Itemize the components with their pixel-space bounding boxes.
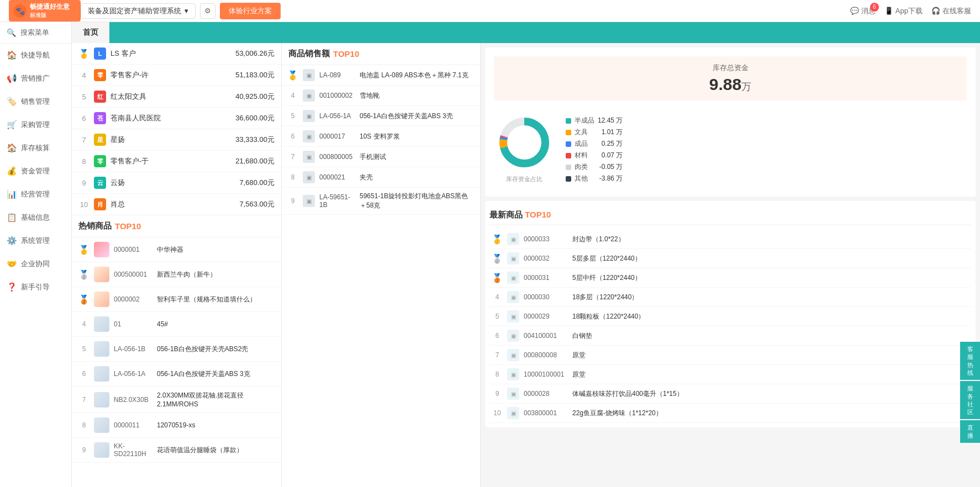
medal-gold-icon: 🥇 <box>78 49 89 59</box>
customer-badge: 零 <box>94 69 106 81</box>
sidebar-item-label: 营销推广 <box>21 73 50 83</box>
product-name: 056-1A白色按键开关盖ABS 3壳 <box>360 112 475 121</box>
legend-name: 成品 <box>575 139 598 149</box>
product-image <box>94 316 109 332</box>
product-code: 0000011 <box>114 421 152 429</box>
service-label: 在线客服 <box>942 6 971 16</box>
topbar-right: 💬 消息 6 📱 App下载 🎧 在线客服 <box>850 6 971 16</box>
rank-number: 6 <box>492 332 503 340</box>
customer-name: LS 客户 <box>110 49 231 59</box>
product-image <box>94 242 109 257</box>
sidebar-item-finance[interactable]: 💰 资金管理 <box>0 160 71 183</box>
product-code: LA-056-1B <box>114 345 152 353</box>
sidebar-item-basic-info[interactable]: 📋 基础信息 <box>0 206 71 229</box>
product-code: 0000029 <box>524 313 568 320</box>
customer-name: 零售客户-于 <box>110 156 231 166</box>
sidebar-item-label: 资金管理 <box>21 166 50 176</box>
product-code: 0000017 <box>319 133 355 140</box>
product-name: 中华神器 <box>157 245 275 255</box>
sidebar-item-label: 企业协同 <box>21 259 50 269</box>
customer-amount: 36,600.00元 <box>235 113 275 123</box>
settings-button[interactable]: ⚙ <box>200 3 215 19</box>
online-service-button[interactable]: 🎧 在线客服 <box>931 6 971 16</box>
customer-service-button[interactable]: 客服 热线 <box>960 342 980 380</box>
inventory-panel: 库存总资金 9.88万 <box>485 47 976 197</box>
product-code: 003800001 <box>524 409 568 417</box>
mid-item: 🥇 ▣ LA-089 电池盖 LA-089 ABS本色＋黑种 7.1克 <box>282 65 480 86</box>
sidebar-item-inventory[interactable]: 🏠 库存核算 <box>0 136 71 160</box>
basic-info-icon: 📋 <box>7 213 17 223</box>
sidebar-item-marketing[interactable]: 📢 营销推广 <box>0 67 71 90</box>
rank-item: 4 零 零售客户-许 51,183.00元 <box>72 65 281 86</box>
product-name: 白钢垫 <box>572 331 969 341</box>
messages-button[interactable]: 💬 消息 6 <box>850 6 876 16</box>
rank-number: 4 <box>492 293 503 301</box>
rank-number: 8 <box>78 421 89 429</box>
rank-number: 10 <box>492 409 503 417</box>
rank-number: 6 <box>78 370 89 378</box>
customer-amount: 51,183.00元 <box>235 70 275 80</box>
float-buttons: 客服 热线 服务 社区 直播 <box>960 342 980 443</box>
legend-value: -3.86 万 <box>599 174 623 183</box>
product-image: ▣ <box>303 89 315 102</box>
product-code: NB2.0X30B <box>114 396 152 404</box>
product-name: 59651-1B旋转投影灯电池盒ABS黑色＋58克 <box>360 192 475 210</box>
product-name: 5层中纤（1220*2440） <box>572 273 969 283</box>
legend-color-dot <box>566 130 571 135</box>
sidebar-item-label: 基础信息 <box>21 213 50 223</box>
app-download-button[interactable]: 📱 App下载 <box>884 6 923 16</box>
product-name: 电池盖 LA-089 ABS本色＋黑种 7.1克 <box>360 71 475 80</box>
live-stream-button[interactable]: 直播 <box>960 420 980 443</box>
hot-item: 4 01 45# <box>72 312 281 337</box>
service-community-button[interactable]: 服务 社区 <box>960 381 980 419</box>
product-name: 雪地靴 <box>360 91 475 100</box>
product-name: 手机测试 <box>360 152 475 162</box>
right-column: 库存总资金 9.88万 <box>481 43 980 487</box>
sidebar-item-operations[interactable]: 📊 经营管理 <box>0 183 71 206</box>
breadcrumb-home[interactable]: 首页 <box>72 22 109 43</box>
rank-number: 8 <box>287 173 298 181</box>
product-code: 01 <box>114 320 152 328</box>
sidebar-item-quick-nav[interactable]: 🏠 快捷导航 <box>0 44 71 67</box>
experience-button[interactable]: 体验行业方案 <box>220 3 281 19</box>
hot-item: 🥈 000500001 新西兰牛肉（新牛） <box>72 262 281 287</box>
hot-item: 8 0000011 12070519-xs <box>72 413 281 438</box>
product-image <box>94 392 109 407</box>
messages-badge: 6 <box>870 3 879 12</box>
product-code: 0000031 <box>524 274 568 282</box>
product-name: 原堂 <box>572 351 969 360</box>
customer-badge: 云 <box>94 177 106 189</box>
rank-number: 4 <box>78 320 89 328</box>
product-code: LA-056-1A <box>319 112 355 120</box>
sidebar-item-guide[interactable]: ❓ 新手引导 <box>0 276 71 299</box>
product-name: 12070519-xs <box>157 421 275 429</box>
medal-bronze-icon: 🥉 <box>78 294 89 305</box>
main-layout: 🔍 搜索菜单 🏠 快捷导航 📢 营销推广 🏷️ 销售管理 🛒 采购管理 🏠 库存… <box>0 22 980 487</box>
headset-icon: 🎧 <box>931 7 940 15</box>
customer-rankings: 🥇 L LS 客户 53,006.26元 4 零 零售客户-许 51,183.0… <box>72 43 281 215</box>
mid-item: 5 ▣ LA-056-1A 056-1A白色按键开关盖ABS 3壳 <box>282 106 480 126</box>
product-name: 2.0X30MM双搓花轴.搓花直径2.1MM/ROHS <box>157 391 275 408</box>
sidebar-item-system[interactable]: ⚙️ 系统管理 <box>0 229 71 252</box>
sidebar-item-cooperation[interactable]: 🤝 企业协同 <box>0 252 71 276</box>
search-icon: 🔍 <box>7 28 16 37</box>
product-name: 5层多层（1220*2440） <box>572 254 969 263</box>
legend-color-dot <box>566 176 571 182</box>
rank-number: 9 <box>492 390 503 398</box>
customer-amount: 53,006.26元 <box>235 49 275 59</box>
inventory-unit: 万 <box>741 81 751 92</box>
logo-sub: 标准版 <box>30 12 70 19</box>
rank-item: 9 云 云扬 7,680.00元 <box>72 172 281 194</box>
system-selector[interactable]: 装备及固定资产辅助管理系统 ▾ <box>81 3 196 19</box>
customer-amount: 40,925.00元 <box>235 92 275 102</box>
product-name: 45# <box>157 320 275 328</box>
sidebar-item-purchase[interactable]: 🛒 采购管理 <box>0 113 71 136</box>
hot-item: 🥉 0000002 智利车子里（规格不知道填什么） <box>72 287 281 312</box>
product-code: 0000021 <box>319 173 355 181</box>
search-menu[interactable]: 🔍 搜索菜单 <box>0 22 71 44</box>
chart-legend: 半成品 12.45 万 文具 1.01 万 成品 0 <box>566 116 623 183</box>
medal-silver-icon: 🥈 <box>78 269 89 280</box>
purchase-icon: 🛒 <box>7 120 17 130</box>
sidebar-item-sales[interactable]: 🏷️ 销售管理 <box>0 90 71 113</box>
product-code: 000500001 <box>114 271 152 278</box>
